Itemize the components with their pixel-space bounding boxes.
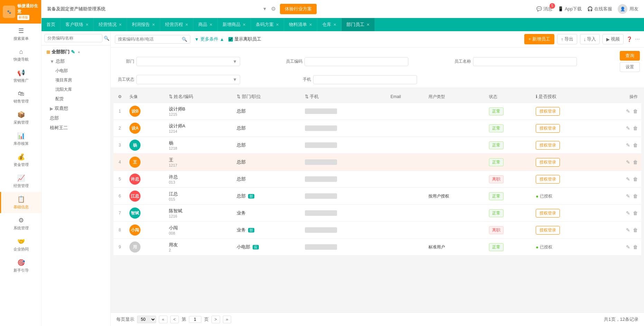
dropdown-arrow-icon[interactable]: ▼ — [263, 6, 267, 11]
dept-search-input[interactable] — [44, 34, 102, 42]
query-btn[interactable]: 查询 — [620, 51, 640, 61]
phone-input[interactable] — [313, 75, 417, 84]
dept-item-zongbu2[interactable]: 总部 — [47, 113, 108, 123]
dept-item-zhishuwangsan[interactable]: 植树王二 — [47, 123, 108, 133]
emp-code-input[interactable] — [305, 57, 408, 66]
edit-btn[interactable]: ✎ — [626, 142, 630, 148]
sidebar-item-shortcuts[interactable]: ⌂ 快捷导航 — [0, 45, 41, 65]
online-service-btn[interactable]: 🎧 在线客服 — [587, 6, 612, 12]
help-icon[interactable]: ❓ — [626, 36, 632, 42]
tab-home[interactable]: 首页 — [42, 18, 61, 31]
sidebar-item-system[interactable]: ⚙ 系统管理 — [0, 213, 41, 234]
user-info[interactable]: 👤 用友 — [618, 4, 638, 14]
delete-btn[interactable]: 🗑 — [633, 125, 638, 131]
sidebar-item-collab[interactable]: 🤝 企业协同 — [0, 234, 41, 255]
message-badge-wrap[interactable]: 💬 消息 5 — [536, 6, 552, 12]
delete-btn[interactable]: 🗑 — [633, 142, 638, 148]
edit-btn[interactable]: ✎ — [626, 159, 630, 165]
edit-btn[interactable]: ✎ — [626, 125, 630, 131]
edit-btn[interactable]: ✎ — [626, 108, 630, 114]
show-resigned-checkbox[interactable] — [228, 37, 233, 42]
next-page-btn[interactable]: > — [211, 316, 220, 323]
prev-page-btn[interactable]: < — [170, 316, 179, 323]
tab-operation-report[interactable]: 经营情况 ✕ — [94, 18, 127, 31]
close-icon[interactable]: ✕ — [209, 23, 212, 27]
more-filter-btn[interactable]: ▼ 更多条件 ▲ — [194, 36, 224, 42]
first-page-btn[interactable]: « — [159, 316, 167, 323]
close-icon[interactable]: ✕ — [152, 23, 155, 27]
tab-warehouse[interactable]: 仓库 ✕ — [317, 18, 342, 31]
col-name[interactable]: ⇅ 姓名/编码 — [165, 91, 234, 103]
sidebar-item-search[interactable]: ☰ 搜索菜单 — [0, 24, 41, 45]
tab-material[interactable]: 物料清单 ✕ — [284, 18, 317, 31]
dept-item-project[interactable]: 项目库房 — [53, 76, 108, 85]
close-icon[interactable]: ✕ — [276, 23, 279, 27]
tab-staff[interactable]: 部门员工 ✕ — [342, 18, 375, 31]
experience-btn[interactable]: 体验行业方案 — [280, 4, 317, 14]
sidebar-item-inventory[interactable]: 📊 库存核算 — [0, 129, 41, 150]
close-icon[interactable]: ✕ — [85, 23, 89, 27]
sidebar-item-marketing[interactable]: 📢 营销推广 — [0, 65, 41, 87]
search-input[interactable] — [118, 37, 180, 42]
sidebar-item-sales[interactable]: 🛍 销售管理 — [0, 87, 41, 107]
auth-btn[interactable]: 授权登录 — [536, 107, 560, 116]
auth-btn[interactable]: 授权登录 — [536, 226, 560, 235]
sidebar-item-operation[interactable]: 📈 经营管理 — [0, 171, 41, 192]
setting-btn[interactable]: 设置 — [620, 62, 640, 72]
delete-btn[interactable]: 🗑 — [633, 108, 638, 114]
close-icon[interactable]: ✕ — [333, 23, 336, 27]
edit-icon[interactable]: ✎ — [71, 49, 75, 55]
delete-btn[interactable]: 🗑 — [633, 193, 638, 199]
sidebar-item-finance[interactable]: 💰 资金管理 — [0, 150, 41, 171]
sidebar-item-purchase[interactable]: 📦 采购管理 — [0, 107, 41, 129]
auth-btn[interactable]: 授权登录 — [536, 209, 560, 218]
edit-btn[interactable]: ✎ — [626, 176, 630, 182]
all-dept-header[interactable]: ⊞ 全部部门 ✎ « — [44, 47, 108, 56]
page-input[interactable] — [189, 316, 201, 323]
tab-profit[interactable]: 利润报告 ✕ — [127, 18, 160, 31]
view-btn[interactable]: ▶ 视频 — [602, 34, 624, 44]
export-btn[interactable]: ↑ 导出 — [557, 34, 577, 44]
sidebar-item-guide[interactable]: 🎯 新手引导 — [0, 255, 41, 276]
edit-btn[interactable]: ✎ — [626, 193, 630, 199]
close-icon[interactable]: ✕ — [309, 23, 312, 27]
app-download-btn[interactable]: 📱 App下载 — [558, 6, 582, 12]
dept-item-shuangludui[interactable]: ▶ 双鹿想 — [47, 104, 108, 113]
search-icon[interactable]: 🔍 — [182, 37, 187, 42]
col-settings[interactable]: ⚙ — [114, 91, 126, 103]
col-phone[interactable]: ⇅ 手机 — [301, 91, 387, 103]
tab-new-goods[interactable]: 新增商品 ✕ — [218, 18, 251, 31]
per-page-select[interactable]: 50 20 100 — [137, 316, 156, 323]
sidebar-item-base[interactable]: 📋 基础信息 — [0, 192, 41, 213]
gear-icon[interactable]: ⚙ — [271, 6, 276, 12]
auth-btn[interactable]: 授权登录 — [536, 158, 560, 167]
auth-btn[interactable]: 授权登录 — [536, 175, 560, 184]
delete-btn[interactable]: 🗑 — [633, 159, 638, 165]
emp-status-select[interactable]: ▼ — [136, 75, 240, 84]
close-icon[interactable]: ✕ — [243, 23, 246, 27]
close-icon[interactable]: ✕ — [119, 23, 122, 27]
tab-operation-history[interactable]: 经营历程 ✕ — [160, 18, 193, 31]
dept-select[interactable]: ▼ — [136, 57, 240, 66]
tab-barcode[interactable]: 条码方案 ✕ — [251, 18, 284, 31]
edit-btn[interactable]: ✎ — [626, 244, 630, 250]
add-employee-btn[interactable]: + 新增员工 — [524, 34, 554, 44]
tab-goods[interactable]: 商品 ✕ — [193, 18, 218, 31]
emp-name-input[interactable] — [473, 57, 577, 66]
close-icon[interactable]: ✕ — [185, 23, 188, 27]
dept-item-zongbu[interactable]: ▼ 总部 — [47, 56, 108, 66]
auth-btn[interactable]: 授权登录 — [536, 141, 560, 150]
dept-item-shenyang[interactable]: 沈阳大库 — [53, 85, 108, 94]
last-page-btn[interactable]: » — [223, 316, 232, 323]
more-icon[interactable]: ⋯ — [635, 36, 640, 42]
edit-btn[interactable]: ✎ — [626, 210, 630, 216]
dept-item-peihuo[interactable]: 配货 — [53, 94, 108, 104]
delete-btn[interactable]: 🗑 — [633, 176, 638, 182]
delete-btn[interactable]: 🗑 — [633, 244, 638, 250]
delete-btn[interactable]: 🗑 — [633, 210, 638, 216]
close-icon[interactable]: ✕ — [366, 23, 370, 27]
auth-btn[interactable]: 授权登录 — [536, 124, 560, 133]
tab-customer[interactable]: 客户联络 ✕ — [61, 18, 94, 31]
edit-btn[interactable]: ✎ — [626, 227, 630, 233]
collapse-icon[interactable]: « — [78, 50, 80, 54]
